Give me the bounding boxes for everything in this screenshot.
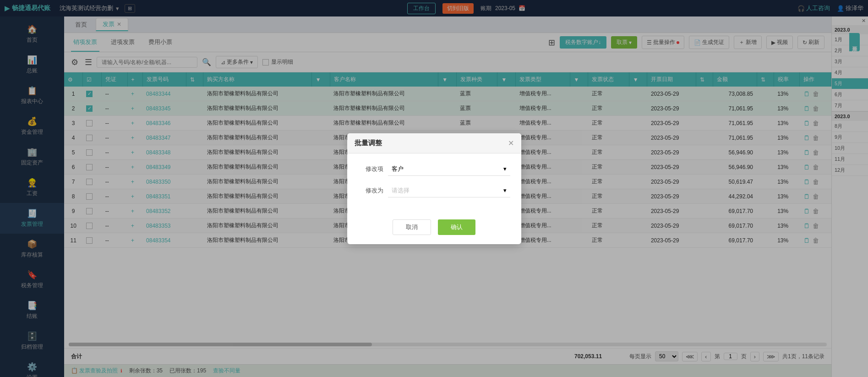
modal-header: 批量调整 ✕ (347, 133, 521, 153)
batch-adjust-modal: 批量调整 ✕ 修改项 客户 ▾ 修改为 请选择 ▾ 取消 确认 (347, 133, 521, 244)
modal-cancel-button[interactable]: 取消 (393, 219, 431, 235)
value-label: 修改为 (358, 186, 383, 195)
value-select[interactable]: 请选择 ▾ (388, 184, 510, 197)
field-select[interactable]: 客户 ▾ (388, 163, 510, 176)
value-select-arrow: ▾ (503, 187, 507, 194)
field-select-arrow: ▾ (503, 165, 507, 172)
modal-title: 批量调整 (355, 139, 382, 148)
modal-close-button[interactable]: ✕ (508, 139, 514, 148)
modal-footer: 取消 确认 (347, 215, 521, 244)
modal-field-row: 修改项 客户 ▾ (358, 163, 510, 176)
modal-value-row: 修改为 请选择 ▾ (358, 184, 510, 197)
modal-confirm-button[interactable]: 确认 (438, 219, 475, 235)
modal-body: 修改项 客户 ▾ 修改为 请选择 ▾ (347, 153, 521, 215)
field-label: 修改项 (358, 165, 383, 173)
modal-overlay: 批量调整 ✕ 修改项 客户 ▾ 修改为 请选择 ▾ 取消 确认 (0, 0, 868, 377)
